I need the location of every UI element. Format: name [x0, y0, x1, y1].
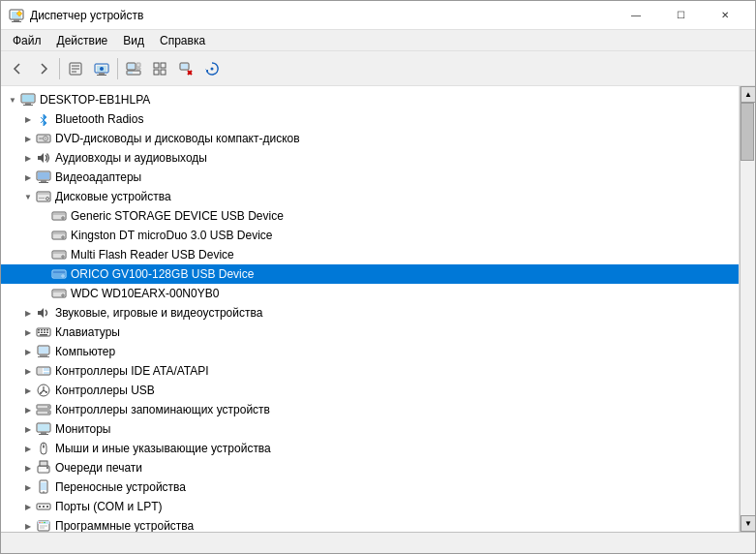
tree-item-generic-storage[interactable]: ▶ Generic STORAGE DEVICE USB Device [1, 206, 739, 226]
tree-item-ide[interactable]: ▶ Контроллеры IDE ATA/ATAPI [1, 361, 739, 381]
kingston-label: Kingston DT microDuo 3.0 USB Device [71, 229, 273, 242]
toolbar [1, 51, 755, 86]
svg-rect-73 [38, 329, 40, 331]
tree-item-video[interactable]: ▶ Видеоадаптеры [1, 168, 739, 187]
tree-item-monitor[interactable]: ▶ Мониторы [1, 419, 739, 439]
svg-rect-101 [41, 432, 46, 434]
toolbar-sep-2 [117, 58, 118, 79]
title-bar: Диспетчер устройств — ☐ ✕ [1, 1, 755, 30]
properties-button[interactable] [63, 56, 88, 81]
svg-point-104 [43, 446, 45, 447]
back-button[interactable] [5, 56, 30, 81]
svg-rect-45 [41, 180, 46, 182]
svg-point-33 [211, 67, 214, 70]
svg-rect-106 [40, 461, 47, 466]
monitor-icon [36, 421, 51, 437]
tree-item-software[interactable]: ▶ Программные устройства [1, 516, 739, 532]
app-icon [9, 8, 24, 23]
show-devices-button[interactable] [89, 56, 114, 81]
window-title: Диспетчер устройств [30, 9, 614, 22]
status-bar [1, 532, 755, 553]
tree-item-storage-ctrl[interactable]: ▶ Контроллеры запоминающих устройств [1, 400, 739, 419]
tree-view[interactable]: ▼ DESKTOP-EB1HLPA ▶ [1, 86, 740, 532]
tree-item-disk[interactable]: ▼ Дисковые устройства [1, 187, 739, 206]
svg-rect-80 [46, 332, 48, 334]
tree-root[interactable]: ▼ DESKTOP-EB1HLPA [1, 90, 739, 109]
storage-ctrl-icon [36, 402, 51, 417]
svg-point-4 [17, 12, 21, 15]
tree-item-bluetooth[interactable]: ▶ Bluetooth Radios [1, 109, 739, 129]
usb-ctrl-icon [36, 383, 51, 398]
forward-button[interactable] [31, 56, 56, 81]
expand-bluetooth-icon: ▶ [20, 111, 36, 127]
scroll-up-button[interactable]: ▲ [741, 86, 755, 103]
main-area: ▼ DESKTOP-EB1HLPA ▶ [1, 86, 755, 532]
tree-item-sound[interactable]: ▶ Звуковые, игровые и видеоустройства [1, 303, 739, 323]
svg-rect-29 [181, 64, 188, 69]
view-button[interactable] [147, 56, 172, 81]
dvd-label: DVD-дисководы и дисководы компакт-дисков [55, 132, 300, 145]
portable-label: Переносные устройства [55, 480, 186, 494]
svg-rect-46 [39, 182, 48, 183]
svg-rect-54 [53, 213, 65, 215]
svg-rect-62 [53, 252, 65, 254]
tree-item-wdc[interactable]: ▶ WDC WD10EARX-00N0YB0 [1, 284, 739, 303]
tree-item-ports[interactable]: ▶ Порты (COM и LPT) [1, 497, 739, 516]
scrollbar-vertical[interactable]: ▲ ▼ [740, 86, 755, 532]
tree-item-mouse[interactable]: ▶ Мыши и иные указывающие устройства [1, 439, 739, 458]
expand-kingston-icon: ▶ [36, 228, 51, 243]
scroll-thumb[interactable] [741, 103, 754, 161]
software-icon [36, 518, 51, 532]
audio-label: Аудиовходы и аудиовыходы [55, 151, 207, 165]
tree-item-portable[interactable]: ▶ Переносные устройства [1, 477, 739, 497]
svg-rect-26 [154, 70, 159, 75]
expand-sound-icon: ▶ [20, 305, 36, 321]
expand-root-icon: ▼ [5, 92, 20, 108]
svg-rect-107 [40, 469, 47, 472]
video-label: Видеоадаптеры [55, 170, 141, 184]
svg-rect-37 [23, 105, 33, 106]
menu-file[interactable]: Файл [5, 32, 49, 49]
svg-rect-100 [38, 424, 49, 431]
tree-item-keyboard[interactable]: ▶ Клавиатуры [1, 323, 739, 342]
tree-item-dvd[interactable]: ▶ DVD-дисководы и дисководы компакт-диск… [1, 129, 739, 148]
close-button[interactable]: ✕ [703, 1, 747, 30]
usb-disk-4-icon [51, 266, 67, 282]
menu-view[interactable]: Вид [115, 32, 152, 49]
tree-item-orico[interactable]: ▶ ORICO GV100-128GB USB Device [1, 264, 739, 284]
maximize-button[interactable]: ☐ [658, 1, 703, 30]
svg-rect-35 [22, 95, 34, 102]
tree-item-audio[interactable]: ▶ Аудиовходы и аудиовыходы [1, 148, 739, 168]
svg-rect-87 [38, 368, 43, 374]
menu-help[interactable]: Справка [152, 32, 213, 49]
tree-item-print[interactable]: ▶ Очереди печати [1, 458, 739, 477]
svg-rect-115 [46, 506, 48, 508]
portable-icon [36, 479, 51, 495]
remove-button[interactable] [173, 56, 198, 81]
ports-label: Порты (COM и LPT) [55, 500, 163, 513]
svg-rect-75 [44, 329, 45, 331]
svg-rect-42 [39, 138, 43, 139]
multiflash-label: Multi Flash Reader USB Device [71, 248, 234, 262]
svg-rect-114 [43, 506, 45, 508]
mouse-label: Мыши и иные указывающие устройства [55, 442, 271, 455]
svg-rect-36 [25, 103, 31, 105]
update-button[interactable] [199, 56, 225, 81]
svg-rect-51 [39, 198, 45, 199]
tree-item-kingston[interactable]: ▶ Kingston DT microDuo 3.0 USB Device [1, 226, 739, 245]
svg-rect-19 [128, 64, 135, 69]
svg-rect-110 [41, 482, 46, 490]
print-label: Очереди печати [55, 461, 142, 475]
tree-item-usb[interactable]: ▶ Контроллеры USB [1, 381, 739, 400]
expand-audio-icon: ▶ [20, 150, 36, 166]
svg-rect-16 [99, 73, 105, 75]
svg-rect-113 [39, 506, 41, 508]
expand-storage-ctrl-icon: ▶ [20, 402, 36, 417]
scan-button[interactable] [121, 56, 146, 81]
tree-item-multiflash[interactable]: ▶ Multi Flash Reader USB Device [1, 245, 739, 264]
tree-item-computer[interactable]: ▶ Компьютер [1, 342, 739, 361]
scroll-down-button[interactable]: ▼ [741, 515, 755, 532]
svg-rect-58 [53, 232, 65, 234]
menu-action[interactable]: Действие [49, 32, 116, 49]
minimize-button[interactable]: — [614, 1, 658, 30]
